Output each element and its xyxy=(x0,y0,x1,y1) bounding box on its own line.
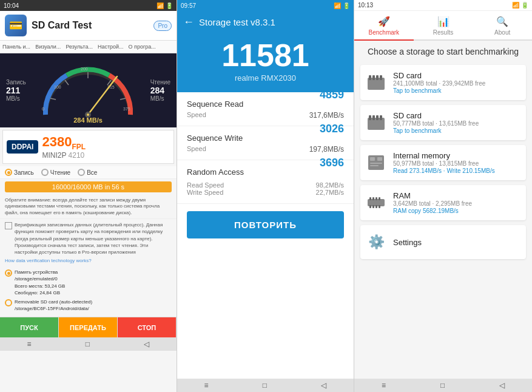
seq-write-score: 3026 xyxy=(320,123,344,135)
seq-write-speed: 197,8MB/s xyxy=(309,145,344,154)
random-write-speed: 22,7MB/s xyxy=(316,189,344,196)
storage-item-ram[interactable]: RAM 3,642MB total · 2,295MB free RAM cop… xyxy=(360,185,526,220)
p1-header: 💳 SD Card Test Pro xyxy=(0,11,177,41)
status-icons-2: 📶 🔋 xyxy=(334,2,350,9)
nav-panel[interactable]: Панель и... xyxy=(0,41,33,53)
sd1-detail: 241,100MB total · 239,942MB free xyxy=(393,80,521,87)
radio-dot-all xyxy=(78,169,85,176)
result-random: 3696 Random Access Read Speed 98,2MB/s W… xyxy=(177,160,354,204)
results-icon: 📊 xyxy=(437,16,450,27)
storage-device[interactable]: Память устройства /storage/emulated/0 Вс… xyxy=(5,269,172,296)
checkbox-verify[interactable] xyxy=(5,222,12,229)
sd-icon-2 xyxy=(365,112,387,133)
transfer-button[interactable]: ПЕРЕДАТЬ xyxy=(59,317,118,337)
sd1-link[interactable]: Tap to benchmark xyxy=(393,87,521,94)
status-icons-3: 📶 🔋 xyxy=(512,2,528,8)
tab-about-label: About xyxy=(494,29,510,36)
menu-icon-1[interactable]: ≡ xyxy=(27,340,32,348)
read-label: Чтение xyxy=(150,79,170,86)
time-2: 09:57 xyxy=(181,2,196,9)
tab-benchmark[interactable]: 🚀 Benchmark xyxy=(354,11,414,41)
read-value: 284 xyxy=(150,86,170,95)
svg-rect-34 xyxy=(369,205,371,208)
time-1: 10:04 xyxy=(4,2,19,9)
ram-info: RAM 3,642MB total · 2,295MB free RAM cop… xyxy=(393,191,521,214)
menu-icon-3[interactable]: ≡ xyxy=(382,381,386,390)
ad-logo: DDPAI xyxy=(7,140,38,154)
checkbox-text: Верификация записанных данных (длительны… xyxy=(15,221,172,255)
internal-icon xyxy=(365,152,387,174)
p1-stats: Запись 211 MB/s 0 100 200 xyxy=(0,53,177,127)
ad-model: MINI2P 4210 xyxy=(42,151,86,160)
home-icon-1[interactable]: □ xyxy=(86,340,90,348)
write-stat: Запись 211 MB/s xyxy=(6,79,26,102)
nav-about[interactable]: О програ... xyxy=(126,41,158,53)
settings-item[interactable]: ⚙️ Settings xyxy=(360,225,526,259)
p2-title: Storage test v8.3.1 xyxy=(199,17,275,27)
benchmark-icon: 🚀 xyxy=(378,16,390,27)
home-icon-2[interactable]: □ xyxy=(263,381,267,390)
svg-rect-35 xyxy=(372,205,374,208)
p3-content: Choose a storage to start benchmarking S… xyxy=(354,41,532,379)
nav-result[interactable]: Результа... xyxy=(63,41,95,53)
storage-item-internal[interactable]: Internal memory 50,977MB total · 13,815M… xyxy=(360,145,526,180)
seq-read-speed: 317,6MB/s xyxy=(309,111,344,120)
svg-rect-23 xyxy=(380,115,382,120)
svg-rect-30 xyxy=(369,197,371,200)
svg-rect-25 xyxy=(370,157,375,161)
panel-storage-test: 09:57 📶 🔋 ← Storage test v8.3.1 11581 re… xyxy=(177,0,354,392)
tab-results-label: Results xyxy=(433,29,453,36)
sd2-title: SD card xyxy=(393,111,521,120)
svg-rect-16 xyxy=(372,75,375,80)
nav-visual[interactable]: Визуали... xyxy=(33,41,63,53)
nav-settings[interactable]: Настрой... xyxy=(95,41,126,53)
p3-heading: Choose a storage to start benchmarking xyxy=(360,47,526,56)
sd-icon-1 xyxy=(365,72,387,93)
radio-all[interactable]: Все xyxy=(78,169,97,176)
p2-device: realme RMX2030 xyxy=(177,73,354,83)
ad-banner[interactable]: DDPAI 2380FPL MINI2P 4210 xyxy=(2,130,174,164)
time-3: 10:13 xyxy=(358,2,373,8)
svg-rect-36 xyxy=(375,205,377,208)
storage-item-sd1[interactable]: SD card 241,100MB total · 239,942MB free… xyxy=(360,65,526,100)
storage-sd[interactable]: Removable SD card (auto-detected) /stora… xyxy=(5,299,172,312)
radio-read[interactable]: Чтение xyxy=(41,169,70,176)
ram-icon xyxy=(365,192,387,214)
p2-score-section: 11581 realme RMX2030 xyxy=(177,33,354,92)
storage-item-sd2[interactable]: SD card 50,777MB total · 13,615MB free T… xyxy=(360,105,526,140)
svg-rect-31 xyxy=(372,197,374,200)
back-button-2[interactable]: ← xyxy=(183,16,194,29)
about-icon: 🔍 xyxy=(496,16,508,27)
p1-nav[interactable]: Панель и... Визуали... Результа... Настр… xyxy=(0,41,177,53)
svg-line-1 xyxy=(65,80,69,85)
stop-button[interactable]: СТОП xyxy=(118,317,177,337)
svg-rect-37 xyxy=(379,205,380,208)
p3-tabs: 🚀 Benchmark 📊 Results 🔍 About xyxy=(354,11,532,41)
back-icon-1[interactable]: ◁ xyxy=(144,340,149,348)
random-read-label: Read Speed xyxy=(187,181,224,189)
p1-storage-section: Память устройства /storage/emulated/0 Вс… xyxy=(0,266,177,317)
menu-icon-2[interactable]: ≡ xyxy=(204,381,209,390)
repeat-button[interactable]: ПОВТОРИТЬ xyxy=(187,211,344,238)
p1-note: Обратите внимание: всегда делайте тест з… xyxy=(0,195,177,219)
svg-text:200: 200 xyxy=(81,67,88,71)
svg-rect-18 xyxy=(380,75,382,80)
storage-radio-sd xyxy=(5,299,12,306)
status-icons-1: 📶 🔋 xyxy=(157,2,173,9)
home-icon-3[interactable]: □ xyxy=(440,381,445,390)
back-icon-3[interactable]: ◁ xyxy=(499,381,505,390)
tab-results[interactable]: 📊 Results xyxy=(414,11,473,39)
verification-link[interactable]: How data verification technology works? xyxy=(5,258,92,263)
tab-benchmark-label: Benchmark xyxy=(369,29,400,36)
start-button[interactable]: ПУСК xyxy=(0,317,59,337)
sd2-link[interactable]: Tap to benchmark xyxy=(393,127,521,134)
svg-line-4 xyxy=(120,98,126,100)
svg-rect-28 xyxy=(370,165,379,166)
back-icon-2[interactable]: ◁ xyxy=(321,381,326,390)
radio-write[interactable]: Запись xyxy=(5,169,34,176)
svg-rect-15 xyxy=(369,75,371,80)
tab-about[interactable]: 🔍 About xyxy=(473,11,532,39)
ad-content: 2380FPL MINI2P 4210 xyxy=(42,134,86,160)
ad-number: 2380FPL xyxy=(42,134,86,151)
svg-rect-33 xyxy=(379,197,380,200)
